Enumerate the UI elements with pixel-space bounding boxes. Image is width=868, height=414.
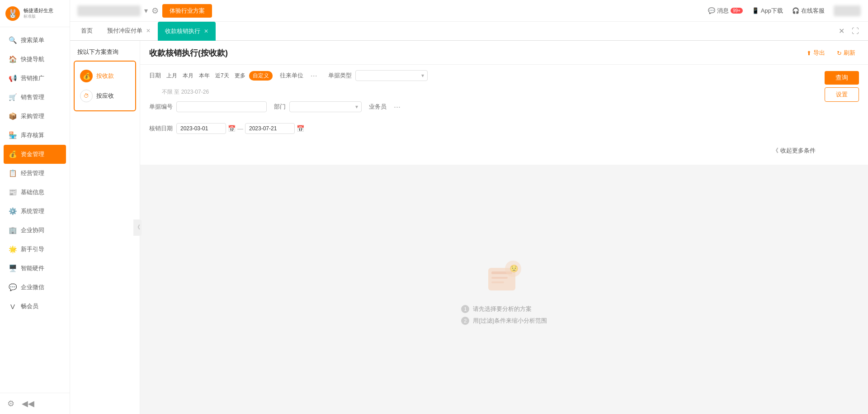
sidebar-item-finance[interactable]: 💰资金管理 (4, 145, 66, 164)
sidebar-item-sales[interactable]: 🛒销售管理 (0, 88, 70, 107)
filter-sidebar-inner: 按以下方案查询 💰 按收款 ⏱ 按应收 《 (74, 46, 136, 409)
app-download-label: App下载 (761, 7, 783, 15)
app-icon: 📱 (752, 7, 759, 14)
sidebar-item-system[interactable]: ⚙️系统管理 (0, 202, 70, 221)
basic-info-icon: 📰 (8, 188, 17, 197)
message-label: 消息 (717, 7, 729, 15)
sidebar-item-marketing[interactable]: 📢营销推广 (0, 69, 70, 88)
refresh-button[interactable]: ↻ 刷新 (833, 47, 859, 59)
sidebar-item-search-menu[interactable]: 🔍搜索菜单 (0, 31, 70, 50)
finance-label: 资金管理 (21, 150, 44, 158)
sidebar-item-basic-info[interactable]: 📰基础信息 (0, 183, 70, 202)
shortcut-this-month[interactable]: 本月 (181, 71, 195, 81)
main-area: ▾ ⚙ 体验行业方案 💬 消息 99+ 📱 App下载 🎧 在线客服 首页 (70, 0, 868, 414)
marketing-label: 营销推广 (21, 74, 44, 82)
filter-toggle-btn[interactable]: 《 (133, 219, 142, 236)
content-area: 按以下方案查询 💰 按收款 ⏱ 按应收 《 收款 (70, 41, 868, 414)
dropdown-icon[interactable]: ▾ (144, 6, 148, 15)
shortcut-this-year[interactable]: 本年 (197, 71, 212, 81)
verify-date-start-cal-icon[interactable]: 📅 (228, 125, 236, 132)
tab-expand-icon[interactable]: ⛶ (850, 25, 861, 37)
tab-prepaid-close[interactable]: ✕ (146, 28, 151, 34)
message-item[interactable]: 💬 消息 99+ (708, 7, 743, 15)
filter-option-by-receivable[interactable]: ⏱ 按应收 (77, 86, 132, 106)
shortcut-7days[interactable]: 近7天 (213, 71, 231, 81)
date-unlimited-text: 不限 至 2023-07-26 (162, 88, 209, 96)
logo-area: 🐰 畅捷通好生意 标准版 (0, 0, 70, 27)
shortcut-custom[interactable]: 自定义 (249, 71, 273, 81)
bill-no-input[interactable] (176, 101, 267, 112)
message-icon: 💬 (708, 7, 715, 14)
collapse-more-btn[interactable]: 《 收起更多条件 (149, 145, 816, 159)
user-avatar[interactable] (834, 5, 861, 16)
tab-close-icon[interactable]: ✕ (837, 25, 846, 37)
sidebar-item-purchase[interactable]: 📦采购管理 (0, 107, 70, 126)
filter-option-receipt-icon: 💰 (80, 70, 93, 82)
query-button[interactable]: 查询 (825, 71, 859, 85)
tab-receipt-offset[interactable]: 收款核销执行 ✕ (158, 22, 216, 41)
sidebar-item-smart-hw[interactable]: 🖥️智能硬件 (0, 259, 70, 278)
inventory-icon: 🏪 (8, 131, 17, 140)
logo-text-block: 畅捷通好生意 标准版 (24, 7, 53, 19)
page-actions: ⬆ 导出 ↻ 刷新 (803, 47, 859, 59)
settings-icon[interactable]: ⚙ (7, 399, 14, 409)
operation-label: 经营管理 (21, 169, 44, 177)
date-field: 日期 上月 本月 本年 近7天 更多 自定义 (149, 71, 273, 81)
tab-prepaid-offset[interactable]: 预付冲应付单 ✕ (100, 22, 158, 41)
wechat-icon: 💬 (8, 283, 17, 292)
tab-home[interactable]: 首页 (74, 22, 100, 41)
verify-date-end-cal-icon[interactable]: 📅 (297, 125, 304, 132)
filter-row-2: 单据编号 部门 (149, 101, 816, 112)
filter-options-box: 💰 按收款 ⏱ 按应收 (74, 61, 136, 111)
sidebar-item-enterprise[interactable]: 🏢企业协同 (0, 221, 70, 240)
export-button[interactable]: ⬆ 导出 (803, 47, 829, 59)
sidebar-item-quick-nav[interactable]: 🏠快捷导航 (0, 50, 70, 69)
salesman-field: 业务员 ··· (369, 102, 404, 112)
sidebar-item-wechat[interactable]: 💬企业微信 (0, 278, 70, 297)
sales-label: 销售管理 (21, 93, 44, 101)
purchase-icon: 📦 (8, 112, 17, 121)
sidebar-item-inventory[interactable]: 🏪库存核算 (0, 126, 70, 145)
sidebar-item-operation[interactable]: 📋经营管理 (0, 164, 70, 183)
basic-info-label: 基础信息 (21, 188, 44, 196)
filter-form: 日期 上月 本月 本年 近7天 更多 自定义 (140, 65, 868, 165)
empty-hints: 1 请先选择要分析的方案 2 用[过滤]条件来缩小分析范围 (461, 305, 547, 325)
bill-type-label: 单据类型 (328, 71, 352, 80)
shortcut-last-month[interactable]: 上月 (165, 71, 179, 81)
enterprise-icon: 🏢 (8, 226, 17, 235)
system-label: 系统管理 (21, 207, 44, 215)
online-service-item[interactable]: 🎧 在线客服 (792, 7, 825, 15)
counterparty-more-icon[interactable]: ··· (307, 71, 321, 81)
tab-receipt-close[interactable]: ✕ (204, 28, 208, 34)
filter-option-by-receipt[interactable]: 💰 按收款 (77, 66, 132, 86)
settings-button[interactable]: 设置 (825, 87, 859, 102)
industry-button[interactable]: 体验行业方案 (162, 4, 212, 18)
empty-illustration: 😟 (481, 254, 527, 300)
counterparty-field: 往来单位 ··· (280, 71, 321, 81)
verify-date-start-input[interactable] (176, 123, 226, 134)
hint-text-2: 用[过滤]条件来缩小分析范围 (473, 317, 547, 325)
sidebar-item-member[interactable]: V畅会员 (0, 297, 70, 316)
salesman-more-icon[interactable]: ··· (390, 102, 404, 112)
filter-row-1: 日期 上月 本月 本年 近7天 更多 自定义 (149, 70, 816, 81)
bill-type-field: 单据类型 (328, 70, 428, 81)
shortcut-more[interactable]: 更多 (233, 71, 247, 81)
dept-select[interactable] (289, 101, 362, 112)
date-label: 日期 (149, 71, 161, 80)
empty-hint-2: 2 用[过滤]条件来缩小分析范围 (461, 317, 547, 325)
filter-option-receivable-icon: ⏱ (80, 90, 93, 102)
blurred-company (77, 5, 141, 16)
page-title: 收款核销执行(按收款) (149, 48, 228, 58)
sidebar: 🐰 畅捷通好生意 标准版 🔍搜索菜单🏠快捷导航📢营销推广🛒销售管理📦采购管理🏪库… (0, 0, 70, 414)
counterparty-label: 往来单位 (280, 71, 303, 80)
collapse-icon[interactable]: ◀◀ (22, 399, 34, 409)
collapse-label: 收起更多条件 (780, 147, 816, 155)
verify-date-wrap: 📅 — 📅 (176, 123, 304, 134)
sidebar-item-guide[interactable]: 🌟新手引导 (0, 240, 70, 259)
verify-date-end-input[interactable] (245, 123, 295, 134)
app-download-item[interactable]: 📱 App下载 (752, 7, 783, 15)
gear-icon[interactable]: ⚙ (151, 6, 159, 16)
export-icon: ⬆ (807, 50, 811, 57)
bill-type-select[interactable] (355, 70, 428, 81)
topbar-left: ▾ ⚙ 体验行业方案 (77, 4, 703, 18)
